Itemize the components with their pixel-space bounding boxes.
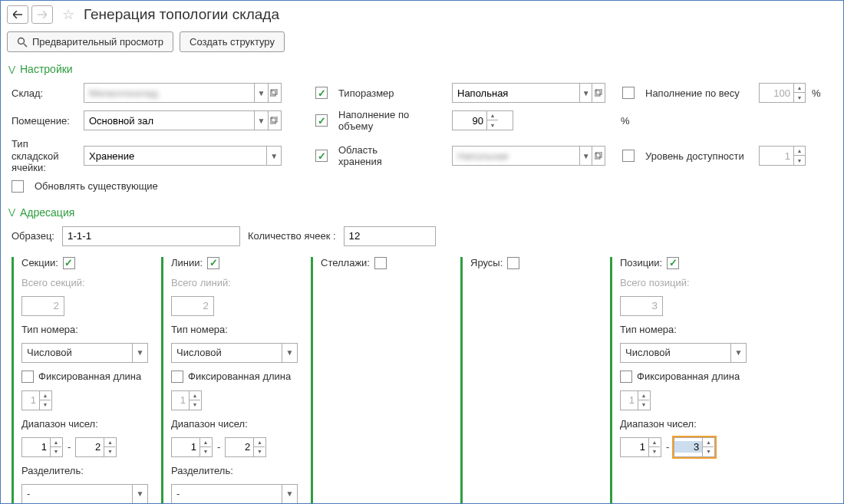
sections-checkbox[interactable] — [63, 257, 75, 269]
forward-button[interactable] — [31, 5, 53, 24]
svg-point-0 — [18, 38, 25, 44]
svg-rect-7 — [272, 117, 277, 122]
room-input[interactable]: ▼ — [84, 110, 282, 130]
sections-total-label: Всего секций: — [21, 277, 153, 288]
positions-total-input — [620, 296, 663, 316]
positions-total-label: Всего позиций: — [620, 277, 752, 288]
dropdown-icon[interactable]: ▼ — [254, 84, 267, 102]
svg-rect-4 — [595, 91, 600, 96]
positions-column: Позиции: Всего позиций: Тип номера: Числ… — [610, 257, 760, 504]
dropdown-icon[interactable]: ▼ — [579, 84, 592, 102]
spin-down-icon[interactable]: ▼ — [794, 156, 805, 165]
preview-button[interactable]: Предварительный просмотр — [7, 31, 173, 52]
spin-up-icon[interactable]: ▲ — [487, 111, 498, 120]
sections-numtype-select[interactable]: Числовой▼ — [21, 343, 148, 363]
warehouse-input[interactable]: ▼ — [84, 83, 282, 103]
sections-range-from[interactable]: ▲▼ — [21, 437, 63, 457]
favorite-icon[interactable]: ☆ — [59, 5, 77, 24]
typesize-checkbox[interactable] — [315, 87, 328, 99]
celltype-label: Тип складской ячейки: — [12, 138, 77, 174]
sections-sep-select[interactable]: -▼ — [21, 484, 148, 504]
lines-range-to[interactable]: ▲▼ — [225, 437, 266, 457]
typesize-input[interactable]: ▼ — [452, 83, 605, 103]
area-input[interactable]: ▼ — [452, 146, 605, 166]
lines-range-from[interactable]: ▲▼ — [171, 437, 213, 457]
weight-checkbox[interactable] — [622, 87, 635, 99]
lines-fixed-checkbox[interactable] — [171, 371, 183, 383]
dropdown-icon[interactable]: ▼ — [254, 111, 267, 130]
dropdown-icon[interactable]: ▼ — [579, 147, 592, 165]
svg-rect-9 — [596, 152, 602, 157]
positions-title: Позиции: — [620, 257, 662, 268]
tiers-checkbox[interactable] — [507, 257, 519, 269]
area-checkbox[interactable] — [315, 150, 328, 162]
volume-input[interactable]: ▲▼ — [452, 110, 513, 130]
racks-column: Стеллажи: — [311, 257, 460, 504]
volume-label: Наполнение по объему — [338, 109, 446, 132]
dropdown-icon[interactable]: ▼ — [132, 485, 147, 503]
volume-checkbox[interactable] — [315, 114, 328, 127]
dropdown-icon[interactable]: ▼ — [266, 147, 281, 165]
sections-total-input — [21, 296, 64, 316]
celltype-input[interactable]: ▼ — [84, 146, 282, 166]
positions-fixed-input[interactable]: ▲▼ — [620, 390, 651, 410]
open-icon[interactable] — [268, 84, 281, 102]
racks-checkbox[interactable] — [374, 257, 387, 269]
weight-label: Наполнение по весу — [645, 87, 753, 99]
lines-numtype-select[interactable]: Числовой▼ — [171, 343, 298, 363]
positions-range-to[interactable]: ▲▼ — [674, 437, 715, 457]
svg-rect-3 — [272, 89, 277, 94]
lines-sep-select[interactable]: -▼ — [171, 484, 298, 504]
spin-down-icon[interactable]: ▼ — [794, 93, 805, 102]
lines-total-input — [171, 296, 214, 316]
settings-section-toggle[interactable]: ⋁ Настройки — [1, 58, 843, 80]
sections-range-to[interactable]: ▲▼ — [75, 437, 117, 457]
lines-title: Линии: — [171, 257, 203, 268]
addressing-section-toggle[interactable]: ⋁ Адресация — [1, 202, 843, 223]
open-icon[interactable] — [268, 111, 281, 130]
spin-down-icon[interactable]: ▼ — [487, 120, 498, 130]
dropdown-icon[interactable]: ▼ — [282, 344, 297, 362]
weight-input[interactable]: ▲▼ — [759, 83, 806, 103]
lines-sep-label: Разделитель: — [171, 465, 303, 476]
positions-fixed-checkbox[interactable] — [620, 371, 632, 383]
positions-range-label: Диапазон чисел: — [620, 418, 752, 430]
search-icon — [17, 37, 28, 48]
spin-up-icon[interactable]: ▲ — [794, 147, 805, 156]
tiers-column: Ярусы: — [460, 257, 610, 504]
positions-numtype-label: Тип номера: — [620, 324, 752, 335]
sections-numtype-label: Тип номера: — [21, 324, 153, 335]
positions-range-from[interactable]: ▲▼ — [620, 437, 661, 457]
spin-up-icon[interactable]: ▲ — [794, 84, 805, 93]
create-structure-button[interactable]: Создать структуру — [180, 31, 285, 52]
lines-range-label: Диапазон чисел: — [171, 418, 303, 430]
chevron-down-icon: ⋁ — [8, 207, 15, 217]
lines-fixed-input[interactable]: ▲▼ — [171, 390, 202, 410]
access-checkbox[interactable] — [622, 150, 635, 162]
open-icon[interactable] — [592, 147, 605, 165]
sections-fixed-input[interactable]: ▲▼ — [21, 390, 52, 410]
svg-rect-5 — [596, 89, 602, 94]
cell-count-input[interactable] — [344, 226, 436, 246]
open-icon[interactable] — [592, 84, 605, 102]
dropdown-icon[interactable]: ▼ — [282, 485, 297, 503]
update-existing-checkbox[interactable] — [12, 180, 24, 193]
lines-column: Линии: Всего линий: Тип номера: Числовой… — [161, 257, 311, 504]
dropdown-icon[interactable]: ▼ — [730, 344, 746, 362]
dropdown-icon[interactable]: ▼ — [132, 344, 147, 362]
page-title: Генерация топологии склада — [84, 6, 279, 23]
positions-checkbox[interactable] — [667, 257, 679, 269]
svg-rect-8 — [595, 153, 600, 159]
warehouse-label: Склад: — [12, 87, 77, 99]
back-button[interactable] — [7, 5, 28, 24]
access-input[interactable]: ▲▼ — [759, 146, 806, 166]
cell-count-label: Количество ячеек : — [248, 230, 336, 242]
racks-title: Стеллажи: — [321, 257, 370, 268]
lines-numtype-label: Тип номера: — [171, 324, 303, 335]
sections-fixed-checkbox[interactable] — [21, 371, 34, 383]
tiers-title: Ярусы: — [470, 257, 503, 268]
sections-column: Секции: Всего секций: Тип номера: Числов… — [12, 257, 161, 504]
sample-input[interactable] — [62, 226, 240, 246]
lines-checkbox[interactable] — [207, 257, 219, 269]
positions-numtype-select[interactable]: Числовой▼ — [620, 343, 747, 363]
